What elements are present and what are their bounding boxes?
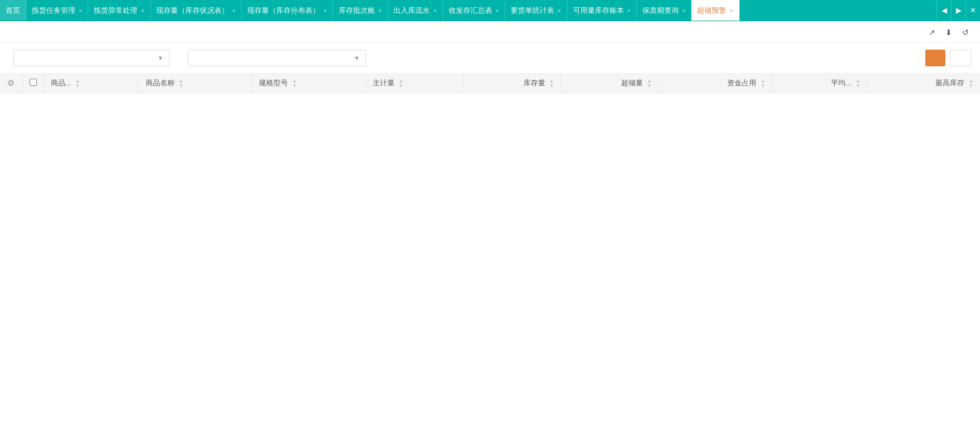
product-category-filter: ▼ bbox=[9, 50, 170, 66]
settings-button[interactable] bbox=[950, 50, 971, 66]
nav-close-button[interactable]: ✕ bbox=[965, 0, 980, 21]
nav-next-button[interactable]: ▶ bbox=[951, 0, 965, 21]
col-capital-occupied[interactable]: 资金占用 ▲▼ bbox=[659, 74, 772, 93]
topbar-close-7[interactable]: × bbox=[496, 7, 499, 14]
filter-buttons bbox=[925, 50, 971, 66]
topbar-close-5[interactable]: × bbox=[378, 7, 382, 14]
share-action[interactable]: ↗ bbox=[929, 28, 938, 37]
sort-icon-capital-occupied: ▲▼ bbox=[761, 79, 765, 88]
page-actions: ↗ ⬇ ↺ bbox=[929, 28, 971, 37]
col-max-stock-label: 最高库存 bbox=[935, 79, 964, 87]
topbar-item-1[interactable]: 拣货任务管理× bbox=[26, 0, 88, 21]
sort-icon-stock: ▲▼ bbox=[550, 79, 554, 88]
col-avg[interactable]: 平均... ▲▼ bbox=[772, 74, 867, 93]
nav-prev-button[interactable]: ◀ bbox=[936, 0, 951, 21]
datasource-filter: ▼ bbox=[183, 50, 366, 66]
col-unit[interactable]: 主计量 ▲▼ bbox=[366, 74, 463, 93]
select-all-checkbox[interactable] bbox=[30, 79, 37, 86]
topbar-close-6[interactable]: × bbox=[433, 7, 436, 14]
query-button[interactable] bbox=[925, 50, 945, 66]
sort-icon-avg: ▲▼ bbox=[856, 79, 860, 88]
table-header-row: ⚙ 商品... ▲▼ 商品名称 ▲▼ 规格型号 ▲▼ bbox=[0, 74, 980, 93]
topbar-item-5[interactable]: 库存批次账× bbox=[333, 0, 388, 21]
topbar-item-2[interactable]: 拣货异常处理× bbox=[88, 0, 150, 21]
topbar-close-8[interactable]: × bbox=[558, 7, 561, 14]
topbar-close-1[interactable]: × bbox=[79, 7, 82, 14]
col-checkbox bbox=[22, 74, 44, 93]
topbar-item-10[interactable]: 保质期查询× bbox=[637, 0, 691, 21]
export-icon: ⬇ bbox=[945, 28, 952, 37]
topbar-item-4[interactable]: 现存量（库存分布表）× bbox=[242, 0, 333, 21]
topbar-close-4[interactable]: × bbox=[323, 7, 326, 14]
topbar-item-8[interactable]: 要货单统计表× bbox=[505, 0, 567, 21]
page-container: ↗ ⬇ ↺ ▼ ▼ bbox=[0, 21, 980, 446]
refresh-icon: ↺ bbox=[962, 28, 969, 37]
topbar-close-3[interactable]: × bbox=[232, 7, 236, 14]
column-settings-icon[interactable]: ⚙ bbox=[7, 78, 15, 88]
col-stock-label: 库存量 bbox=[523, 79, 545, 87]
col-spec[interactable]: 规格型号 ▲▼ bbox=[252, 74, 366, 93]
col-overstock[interactable]: 超储量 ▲▼ bbox=[561, 74, 659, 93]
sort-icon-product-code: ▲▼ bbox=[75, 79, 80, 88]
share-icon: ↗ bbox=[929, 28, 935, 37]
page-header: ↗ ⬇ ↺ bbox=[0, 21, 980, 43]
topbar-item-0[interactable]: 首页 bbox=[0, 0, 26, 21]
data-table: ⚙ 商品... ▲▼ 商品名称 ▲▼ 规格型号 ▲▼ bbox=[0, 74, 980, 93]
refresh-action[interactable]: ↺ bbox=[962, 28, 971, 37]
col-settings: ⚙ bbox=[0, 74, 22, 93]
topbar-close-10[interactable]: × bbox=[682, 7, 685, 14]
topbar-item-6[interactable]: 出入库流水× bbox=[388, 0, 443, 21]
sort-icon-max-stock: ▲▼ bbox=[969, 79, 973, 88]
sort-icon-overstock: ▲▼ bbox=[647, 79, 651, 88]
topbar-item-11[interactable]: 超储预警× bbox=[691, 0, 739, 21]
filter-bar: ▼ ▼ bbox=[0, 43, 980, 74]
topbar-item-7[interactable]: 收发存汇总表× bbox=[443, 0, 505, 21]
export-action[interactable]: ⬇ bbox=[945, 28, 954, 37]
col-stock[interactable]: 库存量 ▲▼ bbox=[463, 74, 561, 93]
datasource-chevron-icon: ▼ bbox=[354, 55, 360, 61]
topbar: 首页拣货任务管理×拣货异常处理×现存量（库存状况表）×现存量（库存分布表）×库存… bbox=[0, 0, 980, 21]
product-category-chevron-icon: ▼ bbox=[157, 55, 164, 61]
col-max-stock[interactable]: 最高库存 ▲▼ bbox=[867, 74, 980, 93]
col-spec-label: 规格型号 bbox=[259, 79, 288, 87]
sort-icon-product-name: ▲▼ bbox=[179, 79, 183, 88]
col-product-code-label: 商品... bbox=[51, 79, 71, 87]
table-container: ⚙ 商品... ▲▼ 商品名称 ▲▼ 规格型号 ▲▼ bbox=[0, 74, 980, 93]
sort-icon-unit: ▲▼ bbox=[398, 79, 403, 88]
topbar-item-9[interactable]: 可用量库存账本× bbox=[568, 0, 637, 21]
col-capital-occupied-label: 资金占用 bbox=[727, 79, 756, 87]
sort-icon-spec: ▲▼ bbox=[292, 79, 297, 88]
topbar-nav-arrows: ◀ ▶ ✕ bbox=[936, 0, 980, 21]
topbar-close-9[interactable]: × bbox=[627, 7, 631, 14]
col-avg-label: 平均... bbox=[831, 79, 852, 87]
topbar-item-3[interactable]: 现存量（库存状况表）× bbox=[151, 0, 242, 21]
topbar-close-2[interactable]: × bbox=[141, 7, 144, 14]
product-category-select[interactable]: ▼ bbox=[13, 50, 170, 66]
col-overstock-label: 超储量 bbox=[621, 79, 643, 87]
datasource-select[interactable]: ▼ bbox=[188, 50, 366, 66]
topbar-close-11[interactable]: × bbox=[729, 7, 733, 14]
col-unit-label: 主计量 bbox=[373, 79, 395, 87]
col-product-name[interactable]: 商品名称 ▲▼ bbox=[138, 74, 252, 93]
col-product-code[interactable]: 商品... ▲▼ bbox=[44, 74, 138, 93]
col-product-name-label: 商品名称 bbox=[146, 79, 175, 87]
